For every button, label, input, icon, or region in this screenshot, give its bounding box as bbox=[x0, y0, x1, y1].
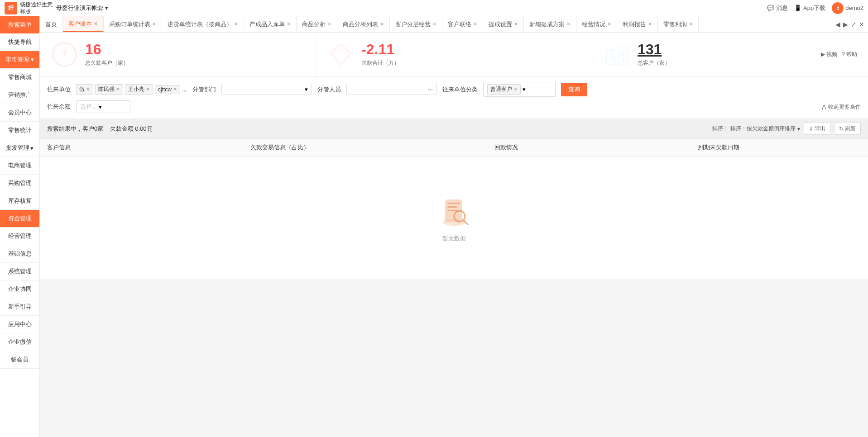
tab-purchase-order-stats[interactable]: 采购订单统计表 ✕ bbox=[104, 16, 162, 32]
filter-tags-units: 伍 ✕ 陈民强 ✕ 王小亮 ✕ cjttcw ✕ bbox=[76, 84, 187, 95]
chevron-down-icon: ▾ bbox=[105, 5, 108, 11]
sidebar-item-retail-stats[interactable]: 零售统计 bbox=[0, 122, 39, 139]
app-download-button[interactable]: 📱 App下载 bbox=[794, 4, 825, 12]
tab-close-icon[interactable]: ✕ bbox=[607, 22, 611, 27]
tab-add-commission[interactable]: 新增提成方案 ✕ bbox=[524, 16, 576, 32]
export-button[interactable]: ⇩ 导出 bbox=[804, 123, 830, 135]
person-select[interactable]: ··· bbox=[346, 84, 437, 95]
refresh-button[interactable]: ↻ 刷新 bbox=[834, 123, 861, 135]
tab-close-all-icon[interactable]: ✕ bbox=[859, 21, 864, 28]
dept-select[interactable]: ▾ bbox=[221, 84, 312, 95]
phone-icon: 📱 bbox=[794, 5, 801, 11]
chevron-down-icon: ▾ bbox=[305, 86, 308, 93]
chevron-down-icon: ▾ bbox=[797, 126, 800, 132]
collapse-button[interactable]: ⋀ 收起更多条件 bbox=[822, 103, 861, 111]
svg-rect-8 bbox=[622, 57, 624, 61]
tab-prev-icon[interactable]: ◀ bbox=[835, 21, 840, 28]
message-button[interactable]: 💬 消息 bbox=[767, 4, 788, 12]
table-header: 客户信息 欠款交易信息（占比） 回款情况 到期未欠款日期 bbox=[40, 139, 868, 157]
sidebar-item-app-center[interactable]: 应用中心 bbox=[0, 316, 39, 333]
tab-product-in[interactable]: 产成品入库单 ✕ bbox=[244, 16, 297, 32]
tab-next-icon[interactable]: ▶ bbox=[843, 21, 848, 28]
sort-selector[interactable]: 排序： 排序：按欠款金额倒序排序 ▾ bbox=[712, 125, 800, 133]
sidebar-item-wholesale[interactable]: 批发管理▾ bbox=[0, 139, 39, 157]
tab-close-icon[interactable]: ✕ bbox=[689, 22, 693, 27]
unit-type-select[interactable]: 普通客户 ✕ ▾ bbox=[483, 82, 556, 97]
tab-close-icon[interactable]: ✕ bbox=[566, 22, 571, 27]
filter-tag-more[interactable]: ... bbox=[182, 86, 187, 93]
tab-retail-profit[interactable]: 零售利润 ✕ bbox=[658, 16, 699, 32]
tag-close-normal[interactable]: ✕ bbox=[513, 86, 518, 92]
query-button[interactable]: 查询 bbox=[561, 83, 587, 96]
tab-close-icon[interactable]: ✕ bbox=[514, 22, 518, 27]
sidebar-search[interactable]: 搜索菜单 bbox=[0, 16, 39, 33]
svg-rect-12 bbox=[447, 206, 457, 208]
sidebar-item-member[interactable]: 畅会员 bbox=[0, 351, 39, 369]
tab-customer-contact[interactable]: 客户联络 ✕ bbox=[442, 16, 483, 32]
sidebar-item-system[interactable]: 系统管理 bbox=[0, 263, 39, 280]
stat-info-total: 131 总客户（家） bbox=[638, 42, 670, 67]
result-actions: 排序： 排序：按欠款金额倒序排序 ▾ ⇩ 导出 ↻ 刷新 bbox=[712, 123, 861, 135]
balance-select[interactable]: 选择... ▾ bbox=[76, 100, 130, 113]
result-bar: 搜索结果中，客户0家 欠款金额 0.00元 排序： 排序：按欠款金额倒序排序 ▾… bbox=[40, 119, 868, 139]
tab-close-icon[interactable]: ✕ bbox=[432, 22, 436, 27]
chevron-down-icon: ▾ bbox=[99, 104, 102, 110]
tab-customer-tier[interactable]: 客户分层经营 ✕ bbox=[390, 16, 442, 32]
stat-card-customers: ¥ 16 总欠款客户（家） bbox=[40, 33, 316, 76]
stat-card-debt: -2.11 欠款合计（万） bbox=[316, 33, 592, 76]
chevron-down-icon: ▾ bbox=[523, 86, 526, 93]
top-bar-right: 💬 消息 📱 App下载 d demo2 bbox=[767, 2, 863, 14]
message-icon: 💬 bbox=[767, 5, 774, 11]
unit-type-label: 往来单位分类 bbox=[442, 86, 478, 94]
content-area: 首页 客户账本 ✕ 采购订单统计表 ✕ 进货单统计表（按商品） ✕ 产成品入库单… bbox=[40, 16, 868, 437]
tab-close-icon[interactable]: ✕ bbox=[473, 22, 477, 27]
user-menu[interactable]: d demo2 bbox=[832, 2, 863, 14]
video-link[interactable]: ▶ 视频 bbox=[821, 51, 837, 58]
tab-close-icon[interactable]: ✕ bbox=[152, 22, 156, 27]
tab-close-icon[interactable]: ✕ bbox=[327, 22, 331, 27]
tag-close-wu[interactable]: ✕ bbox=[86, 86, 90, 92]
tag-close-wang[interactable]: ✕ bbox=[146, 86, 150, 92]
tag-close-chen[interactable]: ✕ bbox=[116, 86, 120, 92]
tab-close-icon[interactable]: ✕ bbox=[648, 22, 652, 27]
sidebar-item-marketing[interactable]: 营销推广 bbox=[0, 86, 39, 104]
tab-close-icon[interactable]: ✕ bbox=[287, 22, 291, 27]
tab-product-analysis-list[interactable]: 商品分析列表 ✕ bbox=[337, 16, 390, 32]
sidebar-item-finance[interactable]: 资金管理 bbox=[0, 210, 39, 228]
sidebar-item-operations[interactable]: 经营管理 bbox=[0, 228, 39, 245]
sidebar-item-cooperation[interactable]: 企业协同 bbox=[0, 280, 39, 298]
tab-product-analysis[interactable]: 商品分析 ✕ bbox=[297, 16, 337, 32]
table-container: 客户信息 欠款交易信息（占比） 回款情况 到期未欠款日期 bbox=[40, 139, 868, 279]
tab-expand-icon[interactable]: ⤢ bbox=[851, 21, 856, 28]
collapse-icon: ⋀ bbox=[822, 104, 826, 110]
tab-profit-report[interactable]: 利润报告 ✕ bbox=[617, 16, 658, 32]
sidebar-item-inventory[interactable]: 库存核算 bbox=[0, 192, 39, 210]
sidebar-item-member-center[interactable]: 会员中心 bbox=[0, 104, 39, 122]
sidebar-item-guide[interactable]: 新手引导 bbox=[0, 298, 39, 316]
company-selector[interactable]: 母婴行业演示帐套 ▾ bbox=[56, 4, 108, 12]
svg-rect-11 bbox=[447, 203, 460, 204]
sidebar-item-retail-mall[interactable]: 零售商城 bbox=[0, 69, 39, 86]
tab-operations[interactable]: 经营情况 ✕ bbox=[576, 16, 617, 32]
tag-close-cjttcw[interactable]: ✕ bbox=[173, 86, 177, 92]
tab-purchase-stats-product[interactable]: 进货单统计表（按商品） ✕ bbox=[162, 16, 244, 32]
tab-home[interactable]: 首页 bbox=[40, 16, 63, 32]
tab-close-icon[interactable]: ✕ bbox=[234, 22, 238, 27]
sidebar-item-retail[interactable]: 零售管理 ▾ bbox=[0, 51, 39, 69]
sidebar-item-basic-info[interactable]: 基础信息 bbox=[0, 245, 39, 263]
sidebar-item-ecommerce[interactable]: 电商管理 bbox=[0, 157, 39, 175]
tab-controls: ◀ ▶ ⤢ ✕ bbox=[832, 21, 868, 28]
chevron-icon: ▾ bbox=[30, 145, 34, 152]
tab-customer-ledger[interactable]: 客户账本 ✕ bbox=[63, 16, 104, 32]
sidebar-item-purchase[interactable]: 采购管理 bbox=[0, 175, 39, 192]
tab-close-icon[interactable]: ✕ bbox=[94, 21, 98, 26]
sidebar-quick-nav[interactable]: 快捷导航 bbox=[0, 33, 39, 51]
help-link[interactable]: ? 帮助 bbox=[842, 51, 857, 58]
logo-text: 畅捷通好生意 标版 bbox=[20, 1, 53, 14]
stat-card-total: 131 总客户（家） ▶ 视频 ? 帮助 bbox=[592, 33, 868, 76]
tab-commission-settings[interactable]: 提成设置 ✕ bbox=[483, 16, 524, 32]
svg-rect-6 bbox=[610, 54, 613, 57]
sidebar-item-wechat[interactable]: 企业微信 bbox=[0, 333, 39, 351]
tab-close-icon[interactable]: ✕ bbox=[380, 22, 384, 27]
refresh-icon: ↻ bbox=[839, 126, 844, 132]
